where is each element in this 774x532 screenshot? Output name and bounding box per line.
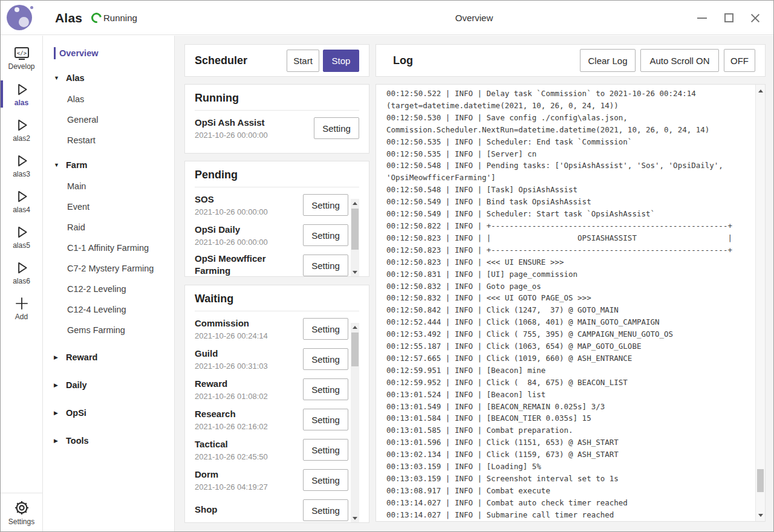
setting-button[interactable]: Setting (314, 117, 359, 139)
nav-group-daily[interactable]: ▶ Daily (43, 374, 174, 396)
logo-blob (30, 6, 33, 9)
nav-item-c12-4-leveling[interactable]: C12-4 Leveling (43, 299, 174, 320)
scroll-down-icon[interactable] (351, 268, 359, 276)
log-line: 00:12:50.831 | INFO | [UI] page_commissi… (386, 268, 756, 281)
scrollbar-thumb[interactable] (351, 332, 359, 366)
task-row-opsi-meowfficer-farming: OpSi Meowfficer Farming Setting (195, 250, 348, 277)
chevron-down-icon: ▼ (54, 75, 61, 81)
task-name: Commission (195, 317, 299, 329)
auto-scroll-off-button[interactable]: OFF (724, 49, 755, 72)
nav-group-alas[interactable]: ▼ Alas (43, 67, 174, 89)
rail-item-alas5[interactable]: alas5 (1, 219, 42, 255)
scroll-up-icon[interactable] (756, 86, 765, 96)
nav-item-main[interactable]: Main (43, 176, 174, 196)
log-line: Commission.Scheduler.NextRun=datetime.da… (386, 124, 756, 136)
auto-scroll-on-button[interactable]: Auto Scroll ON (640, 49, 719, 72)
log-line: 00:13:01.585 | INFO | Combat preparation… (386, 424, 756, 436)
log-line: 00:12:59.952 | INFO | Click ( 84, 675) @… (386, 377, 756, 389)
nav-item-restart[interactable]: Restart (43, 130, 174, 151)
nav-item-c1-1-affinity-farming[interactable]: C1-1 Affinity Farming (43, 238, 174, 258)
scroll-down-icon[interactable] (756, 510, 765, 520)
log-line: (target=datetime.datetime(2021, 10, 26, … (386, 100, 756, 112)
task-row-dorm: Dorm 2021-10-26 04:19:27 Setting (195, 465, 348, 495)
log-line: 00:12:50.549 | INFO | Scheduler: Start t… (386, 208, 756, 220)
log-line: 00:13:03.159 | INFO | Screenshot interva… (386, 473, 756, 485)
instance-rail: </> Develop alas alas2 alas3 (1, 36, 43, 531)
scroll-down-icon[interactable] (351, 514, 359, 522)
rail-item-alas2[interactable]: alas2 (1, 112, 42, 148)
log-line: 00:12:50.842 | INFO | Click (1247, 37) @… (386, 304, 756, 316)
scroll-up-icon[interactable] (351, 199, 359, 207)
nav-item-c12-2-leveling[interactable]: C12-2 Leveling (43, 279, 174, 299)
setting-button[interactable]: Setting (303, 348, 348, 370)
scheduler-status: Running (91, 1, 137, 35)
nav-group-label: Tools (66, 436, 89, 446)
log-line: 00:12:50.822 | INFO | +-----------------… (386, 220, 756, 232)
content-area: Scheduler Start Stop Running OpSi Ash As… (175, 36, 773, 531)
rail-item-alas6[interactable]: alas6 (1, 255, 42, 290)
nav-item-alas[interactable]: Alas (43, 89, 174, 109)
task-next-run: 2021-10-26 00:31:03 (195, 362, 299, 371)
log-line: 00:13:01.596 | INFO | Click (1151, 653) … (386, 436, 756, 449)
setting-button[interactable]: Setting (303, 469, 348, 491)
nav-item-raid[interactable]: Raid (43, 217, 174, 238)
setting-button[interactable]: Setting (303, 194, 348, 216)
setting-button[interactable]: Setting (303, 318, 348, 340)
scrollbar-thumb[interactable] (351, 209, 359, 250)
chevron-down-icon: ▼ (54, 162, 61, 168)
setting-button[interactable]: Setting (303, 224, 348, 246)
rail-item-alas4[interactable]: alas4 (1, 183, 42, 219)
scheduler-panel: Scheduler Start Stop (184, 44, 369, 77)
nav-item-event[interactable]: Event (43, 196, 174, 217)
setting-button[interactable]: Setting (303, 409, 348, 430)
log-line: 00:12:50.549 | INFO | Bind task OpsiAshA… (386, 196, 756, 208)
nav-group-tools[interactable]: ▶ Tools (43, 430, 174, 452)
log-line: 00:12:50.522 | INFO | Delay task `Commis… (386, 88, 756, 100)
scrollbar-thumb[interactable] (757, 469, 764, 492)
setting-button[interactable]: Setting (303, 255, 348, 276)
log-line: 00:12:57.665 | INFO | Click (1019, 660) … (386, 352, 756, 365)
nav-item-gems-farming[interactable]: Gems Farming (43, 320, 174, 340)
waiting-title: Waiting (195, 293, 359, 305)
setting-button[interactable]: Setting (303, 378, 348, 400)
logo-blob (15, 7, 19, 12)
play-icon (14, 117, 30, 133)
clear-log-button[interactable]: Clear Log (580, 49, 636, 72)
rail-item-alas3[interactable]: alas3 (1, 148, 42, 183)
svg-text:</>: </> (16, 50, 27, 56)
waiting-scrollbar[interactable] (351, 323, 359, 522)
log-panel-header: Log Clear Log Auto Scroll ON OFF (376, 44, 766, 77)
start-button[interactable]: Start (287, 50, 319, 72)
nav-item-c7-2-mystery-farming[interactable]: C7-2 Mystery Farming (43, 258, 174, 279)
log-line: 00:12:55.187 | INFO | Click (1063, 654) … (386, 340, 756, 352)
rail-item-develop[interactable]: </> Develop (1, 41, 42, 76)
nav-group-label: Reward (66, 352, 97, 362)
stop-button[interactable]: Stop (323, 50, 359, 72)
nav-group-farm[interactable]: ▼ Farm (43, 154, 174, 176)
nav-item-overview[interactable]: Overview (43, 43, 174, 63)
rail-item-alas[interactable]: alas (1, 76, 42, 112)
rail-item-add[interactable]: Add (1, 290, 42, 326)
play-icon (14, 260, 30, 276)
task-name: Shop (195, 504, 299, 516)
log-line: 00:13:01.584 | INFO | [BEACON_TIER 0.035… (386, 412, 756, 424)
minimize-button[interactable] (689, 6, 715, 30)
setting-button[interactable]: Setting (303, 499, 348, 521)
code-monitor-icon: </> (13, 47, 30, 61)
log-scrollbar[interactable] (755, 85, 765, 521)
nav-group-label: Farm (66, 160, 87, 170)
pending-scrollbar[interactable] (351, 199, 359, 276)
setting-button[interactable]: Setting (303, 439, 348, 461)
rail-item-label: alas6 (13, 277, 30, 285)
maximize-button[interactable] (715, 6, 742, 30)
nav-group-opsi[interactable]: ▶ OpSi (43, 402, 174, 424)
nav-group-label: OpSi (66, 408, 86, 418)
log-line: 00:12:50.823 | INFO | <<< UI ENSURE >>> (386, 256, 756, 268)
nav-group-reward[interactable]: ▶ Reward (43, 346, 174, 368)
rail-item-settings[interactable]: Settings (1, 493, 42, 531)
task-row-opsi-ash-assist: OpSi Ash Assist 2021-10-26 00:00:00 Sett… (195, 113, 359, 143)
nav-item-general[interactable]: General (43, 109, 174, 130)
scroll-up-icon[interactable] (351, 323, 359, 331)
close-button[interactable] (742, 6, 769, 30)
scheduler-title: Scheduler (195, 54, 247, 67)
